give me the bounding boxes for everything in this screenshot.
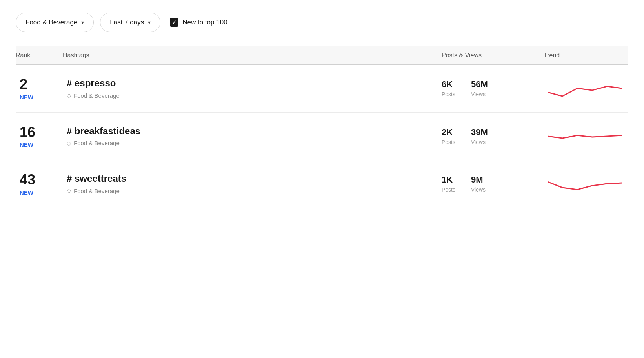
hashtag-cell: # breakfastideas ◇ Food & Beverage [63, 126, 442, 147]
rank-badge: NEW [20, 141, 33, 148]
hashtag-table: Rank Hashtags Posts & Views Trend 2 NEW … [16, 46, 628, 208]
rank-number: 16 [20, 124, 35, 140]
posts-label: Posts [442, 186, 455, 193]
trend-cell [544, 124, 622, 148]
views-label: Views [471, 186, 486, 193]
stats-cell: 1K Posts 9M Views [442, 175, 544, 193]
col-posts-views: Posts & Views [442, 52, 544, 59]
posts-stat: 6K Posts [442, 79, 455, 97]
category-text: Food & Beverage [74, 188, 120, 194]
stats-cell: 2K Posts 39M Views [442, 127, 544, 145]
new-to-top-checkbox-label[interactable]: ✓ New to top 100 [170, 18, 227, 27]
col-trend: Trend [544, 52, 622, 59]
rank-number: 2 [20, 77, 27, 92]
rank-cell: 43 NEW [16, 172, 63, 196]
stats-cell: 6K Posts 56M Views [442, 79, 544, 97]
rank-badge: NEW [20, 189, 33, 196]
views-label: Views [471, 91, 488, 97]
posts-value: 2K [442, 127, 455, 137]
views-stat: 39M Views [471, 127, 488, 145]
hashtag-cell: # sweettreats ◇ Food & Beverage [63, 173, 442, 194]
category-dropdown[interactable]: Food & Beverage ▾ [16, 13, 94, 32]
tag-icon: ◇ [67, 92, 71, 99]
views-stat: 9M Views [471, 175, 486, 193]
tag-icon: ◇ [67, 187, 71, 194]
table-row[interactable]: 43 NEW # sweettreats ◇ Food & Beverage 1… [16, 160, 628, 208]
table-body: 2 NEW # espresso ◇ Food & Beverage 6K Po… [16, 65, 628, 208]
hashtag-cell: # espresso ◇ Food & Beverage [63, 78, 442, 99]
table-row[interactable]: 2 NEW # espresso ◇ Food & Beverage 6K Po… [16, 65, 628, 113]
rank-cell: 2 NEW [16, 77, 63, 100]
tag-icon: ◇ [67, 140, 71, 147]
hashtag-name: # breakfastideas [67, 126, 442, 137]
category-text: Food & Beverage [74, 92, 120, 99]
views-label: Views [471, 139, 488, 145]
posts-stat: 2K Posts [442, 127, 455, 145]
rank-badge: NEW [20, 94, 33, 100]
time-dropdown[interactable]: Last 7 days ▾ [100, 13, 160, 32]
hashtag-name: # sweettreats [67, 173, 442, 184]
posts-value: 1K [442, 175, 455, 185]
posts-label: Posts [442, 139, 455, 145]
table-row[interactable]: 16 NEW # breakfastideas ◇ Food & Beverag… [16, 113, 628, 161]
views-value: 56M [471, 79, 488, 90]
category-text: Food & Beverage [74, 140, 120, 146]
col-rank: Rank [16, 52, 63, 59]
trend-cell [544, 172, 622, 195]
category-label: Food & Beverage [25, 18, 77, 26]
col-hashtags: Hashtags [63, 52, 442, 59]
trend-chart [548, 124, 622, 148]
hashtag-category: ◇ Food & Beverage [67, 140, 442, 147]
hashtag-category: ◇ Food & Beverage [67, 187, 442, 194]
trend-chart [548, 77, 622, 100]
views-value: 39M [471, 127, 488, 137]
posts-label: Posts [442, 91, 455, 97]
hashtag-category: ◇ Food & Beverage [67, 92, 442, 99]
posts-value: 6K [442, 79, 455, 90]
custom-checkbox-icon: ✓ [170, 18, 178, 27]
views-value: 9M [471, 175, 486, 185]
table-header: Rank Hashtags Posts & Views Trend [16, 46, 628, 65]
filter-bar: Food & Beverage ▾ Last 7 days ▾ ✓ New to… [16, 13, 628, 32]
time-label: Last 7 days [110, 18, 144, 26]
new-to-top-label: New to top 100 [182, 18, 227, 26]
hashtag-name: # espresso [67, 78, 442, 89]
posts-stat: 1K Posts [442, 175, 455, 193]
rank-cell: 16 NEW [16, 124, 63, 148]
category-chevron-icon: ▾ [81, 19, 84, 26]
rank-number: 43 [20, 172, 35, 188]
views-stat: 56M Views [471, 79, 488, 97]
trend-cell [544, 77, 622, 100]
trend-chart [548, 172, 622, 195]
time-chevron-icon: ▾ [148, 19, 151, 26]
